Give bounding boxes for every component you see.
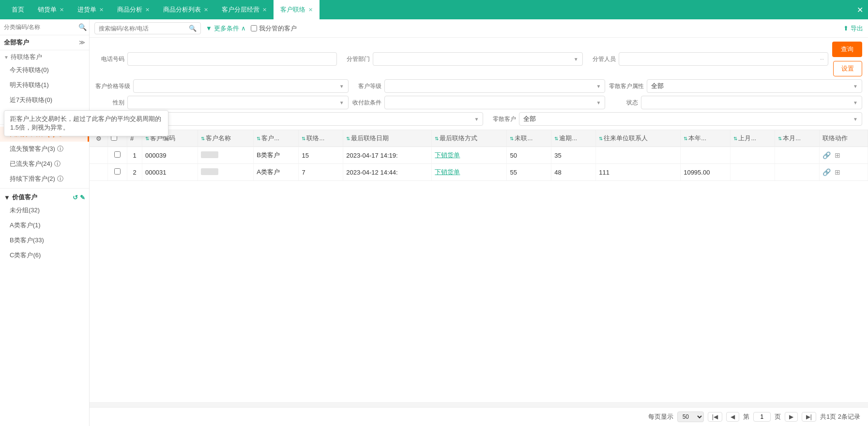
sidebar-value-group: ▼ 价值客户 ↺ ✎ (0, 191, 89, 203)
value-customers-label: 价值客户 (12, 193, 37, 202)
nav-purchase-close[interactable]: ✕ (99, 7, 104, 13)
nav-customer-contact[interactable]: 客户联络 ✕ (274, 0, 320, 19)
row-last-method: 下销货单 (432, 164, 507, 181)
th-contact[interactable]: ⇅联络... (299, 130, 343, 147)
my-customers-label: 我分管的客户 (259, 24, 297, 33)
link-icon[interactable]: 🔗 (822, 151, 831, 159)
last-method-link[interactable]: 下销货单 (435, 168, 460, 176)
nav-customer-tiered-label: 客户分层经营 (222, 5, 259, 14)
all-customers-label: 全部客户 (4, 38, 29, 47)
person-select[interactable]: ··· (619, 52, 828, 66)
last-page-btn[interactable]: ▶| (802, 412, 816, 422)
customer-level-select[interactable]: ▼ (384, 79, 606, 93)
window-close-button[interactable]: ✕ (857, 5, 863, 15)
page-number-input[interactable] (753, 412, 771, 422)
nav-product-list-close[interactable]: ✕ (204, 7, 208, 13)
th-this-month[interactable]: ⇅本月... (775, 130, 820, 147)
filter-search-box: 🔍 (94, 22, 201, 34)
nav-sales-order[interactable]: 销货单 ✕ (31, 0, 71, 19)
nav-customer-contact-close[interactable]: ✕ (308, 7, 313, 13)
sidebar-item-declining[interactable]: 持续下滑客户(2) ⓘ (0, 172, 89, 187)
sidebar-item-tomorrow[interactable]: 明天待联络(1) (0, 78, 89, 93)
th-action: 联络动作 (820, 130, 868, 147)
table-row: 1 000039 B类客户 15 2023-04-17 14:19: 下销货单 … (90, 147, 868, 164)
phone-input[interactable] (127, 52, 337, 66)
table-header-row: ⚙ # ⇅客户编码 ⇅客户名称 ⇅客户... ⇅联络... ⇅最后联络日期 ⇅最… (90, 130, 868, 147)
sidebar-item-lost-forecast[interactable]: 流失预警客户(3) ⓘ (0, 142, 89, 157)
nav-sales-label: 销货单 (38, 5, 57, 14)
customer-type-select[interactable]: ▼ (140, 112, 484, 126)
th-overdue[interactable]: ⇅逾期... (551, 130, 596, 147)
per-page-select[interactable]: 20 50 100 200 (677, 411, 704, 422)
qr-icon[interactable]: ⊞ (835, 151, 840, 159)
link-icon[interactable]: 🔗 (822, 168, 831, 176)
status-arrow: ▼ (853, 100, 858, 105)
sidebar-item-c-class[interactable]: C类客户(6) (0, 248, 89, 263)
row-name (198, 164, 254, 181)
nav-sales-close[interactable]: ✕ (60, 7, 64, 13)
export-button[interactable]: ⬆ 导出 (843, 24, 863, 33)
th-related-person[interactable]: ⇅往来单位联系人 (596, 130, 681, 147)
sidebar-item-lost-customers[interactable]: 已流失客户(24) ⓘ (0, 157, 89, 172)
nav-customer-tiered-close[interactable]: ✕ (262, 7, 267, 13)
setting-button[interactable]: 设置 (833, 61, 862, 76)
query-button[interactable]: 查询 (832, 42, 862, 57)
horizontal-scrollbar[interactable] (90, 402, 868, 407)
row-check-1[interactable] (114, 168, 121, 175)
sidebar-search-input[interactable] (4, 24, 76, 30)
nav-home[interactable]: 首页 (5, 0, 31, 19)
sidebar-item-7days[interactable]: 近7天待联络(0) (0, 93, 89, 108)
sidebar-edit-icon[interactable]: ✎ (80, 194, 85, 201)
last-method-link[interactable]: 下销货单 (435, 151, 460, 159)
sidebar-all-customers[interactable]: 全部客户 ≫ (0, 35, 89, 50)
c-class-label: C类客户(6) (10, 251, 41, 259)
th-last-method[interactable]: ⇅最后联络方式 (432, 130, 507, 147)
sidebar-item-ungroup[interactable]: 未分组(32) (0, 203, 89, 218)
retail-customer-select[interactable]: 全部 ▼ (519, 112, 862, 126)
th-last-date[interactable]: ⇅最后联络日期 (343, 130, 432, 147)
nav-product-analysis[interactable]: 商品分析 ✕ (110, 0, 156, 19)
prev-page-btn[interactable]: ◀ (726, 412, 739, 422)
filter-more-conditions[interactable]: ▼ 更多条件 ∧ (206, 24, 246, 33)
page-of-label: 页 (775, 412, 781, 421)
retail-attr-select[interactable]: 全部 ▼ (647, 79, 862, 93)
row-this-year (681, 147, 731, 164)
nav-product-analysis-list[interactable]: 商品分析列表 ✕ (156, 0, 215, 19)
sidebar-refresh-icon[interactable]: ↺ (73, 194, 78, 201)
payment-select[interactable]: ▼ (384, 96, 606, 109)
row-overdue: 35 (551, 147, 596, 164)
filter-search-input[interactable] (99, 25, 186, 32)
gender-select[interactable]: ▼ (127, 96, 349, 109)
th-this-year[interactable]: ⇅本年... (681, 130, 731, 147)
sidebar-collapse-btn[interactable]: ≫ (79, 39, 85, 46)
sidebar-divider-2 (0, 188, 89, 189)
filter-search-icon[interactable]: 🔍 (189, 25, 197, 32)
sidebar-item-b-class[interactable]: B类客户(33) (0, 233, 89, 248)
nav-product-analysis-close[interactable]: ✕ (145, 7, 150, 13)
first-page-btn[interactable]: |◀ (708, 412, 722, 422)
nav-customer-tiered[interactable]: 客户分层经营 ✕ (215, 0, 274, 19)
qr-icon[interactable]: ⊞ (835, 168, 840, 176)
sidebar-item-today[interactable]: 今天待联络(0) (0, 63, 89, 78)
customer-level-arrow: ▼ (596, 84, 601, 89)
nav-purchase-order[interactable]: 进货单 ✕ (71, 0, 110, 19)
price-level-select[interactable]: ▼ (133, 79, 349, 93)
next-page-btn[interactable]: ▶ (785, 412, 798, 422)
row-type: A类客户 (254, 164, 299, 181)
th-last-month[interactable]: ⇅上月... (731, 130, 775, 147)
price-level-arrow: ▼ (339, 84, 344, 89)
th-name[interactable]: ⇅客户名称 (198, 130, 254, 147)
my-customers-check[interactable] (251, 25, 257, 31)
sidebar-search-icon[interactable]: 🔍 (78, 23, 87, 31)
sidebar-item-a-class[interactable]: A类客户(1) (0, 218, 89, 233)
7days-contact-label: 近7天待联络(0) (10, 96, 52, 103)
th-type[interactable]: ⇅客户... (254, 130, 299, 147)
row-check-0[interactable] (114, 151, 121, 158)
dept-select[interactable]: ▼ (373, 52, 582, 66)
action-icons-group: 🔗 ⊞ (822, 151, 865, 159)
my-customers-checkbox[interactable]: 我分管的客户 (251, 24, 297, 33)
row-checkbox (108, 147, 127, 164)
sort-lm-icon: ⇅ (733, 136, 737, 141)
status-select[interactable]: ▼ (641, 96, 862, 109)
th-not-contacted[interactable]: ⇅未联... (507, 130, 551, 147)
